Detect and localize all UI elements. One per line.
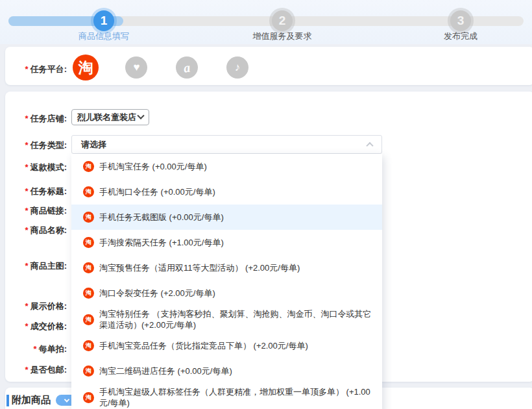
dropdown-item-text: 淘宝预售任务（适用双11等大型活动） (+2.00元/每单) [99, 262, 300, 273]
dropdown-item-text: 手机任务无截图版 (+0.00元/每单) [99, 212, 224, 223]
display-price-label: *展示价格: [5, 301, 67, 312]
step-3-number: 3 [457, 14, 465, 28]
step-2-label: 增值服务及要求 [237, 31, 328, 42]
taobao-mini-icon: 淘 [83, 262, 94, 273]
taobao-mini-icon: 淘 [83, 186, 94, 197]
type-select-value: 请选择 [81, 139, 367, 151]
dropdown-item[interactable]: 淘 手机淘宝竞品任务（货比指定竞品下单） (+2.00元/每单) [71, 333, 382, 358]
dropdown-item[interactable]: 淘 淘口令裂变任务 (+2.00元/每单) [71, 280, 382, 306]
type-select[interactable]: 请选择 [71, 135, 382, 154]
dropdown-item-highlighted[interactable]: 淘 手机任务无截图版 (+0.00元/每单) [71, 204, 382, 230]
dropdown-item-text: 手机淘口令任务 (+0.00元/每单) [99, 186, 215, 197]
taobao-glyph: 淘 [79, 58, 93, 78]
taobao-mini-icon: 淘 [83, 366, 94, 377]
taobao-mini-icon: 淘 [83, 161, 94, 172]
dropdown-item[interactable]: 淘 手淘搜索隔天任务 (+1.00元/每单) [71, 230, 382, 255]
taobao-mini-icon: 淘 [83, 288, 94, 299]
shop-select-value: 烈儿联名童装店 [77, 112, 138, 123]
dropdown-item[interactable]: 淘 手机淘口令任务 (+0.00元/每单) [71, 179, 382, 204]
section-accent-bar [6, 395, 9, 406]
step-3-circle[interactable]: 3 [450, 10, 471, 31]
dropdown-item[interactable]: 淘 淘宝特别任务 （支持淘客秒拍、聚划算、淘抢购、淘金币、淘口令或其它渠道活动）… [71, 306, 382, 333]
dropdown-item-text: 淘宝二维码进店任务 (+0.00元/每单) [99, 366, 232, 377]
heart-glyph: ♥ [133, 61, 139, 74]
step-2-number: 2 [279, 14, 286, 28]
required-asterisk: * [25, 140, 29, 150]
task-title-label: *任务标题: [5, 186, 67, 197]
dropdown-item-text: 手机淘宝竞品任务（货比指定竞品下单） (+2.00元/每单) [99, 340, 308, 351]
taobao-mini-icon: 淘 [83, 392, 94, 403]
shop-label: *任务店铺: [5, 113, 67, 125]
alibaba-platform-icon[interactable]: a [176, 56, 198, 79]
product-link-label: *商品链接: [5, 205, 67, 217]
alibaba-glyph: a [182, 60, 191, 75]
taobao-platform-icon[interactable]: 淘 [73, 55, 99, 81]
required-asterisk: * [25, 64, 29, 74]
required-asterisk: * [25, 186, 29, 196]
dropdown-item[interactable]: 淘 手机淘宝超级人群标签任务（人群更精准，增加权重一单顶多单） (+1.00元/… [71, 384, 382, 409]
free-shipping-label: *是否包邮: [5, 364, 67, 376]
dropdown-item-text: 手淘搜索隔天任务 (+1.00元/每单) [99, 237, 224, 248]
heart-platform-icon[interactable]: ♥ [125, 56, 147, 79]
step-1-number: 1 [101, 14, 108, 28]
platform-label: *任务平台: [5, 64, 67, 75]
required-asterisk: * [25, 261, 29, 271]
step-1-circle[interactable]: 1 [93, 10, 114, 31]
dropdown-item-text: 手机淘宝任务 (+0.00元/每单) [99, 161, 207, 172]
required-asterisk: * [25, 365, 29, 375]
required-asterisk: * [25, 206, 29, 216]
stepper-header: 1 2 3 商品信息填写 增值服务及要求 发布完成 [0, 0, 532, 44]
addon-section-title: 附加商品 [12, 394, 51, 406]
dropdown-item[interactable]: 淘 淘宝预售任务（适用双11等大型活动） (+2.00元/每单) [71, 255, 382, 280]
dropdown-item[interactable]: 淘 淘宝二维码进店任务 (+0.00元/每单) [71, 358, 382, 384]
per-order-qty-label: *每单拍: [5, 343, 67, 355]
taobao-mini-icon: 淘 [83, 340, 94, 351]
deal-price-label: *成交价格: [5, 321, 67, 332]
step-2-circle[interactable]: 2 [272, 10, 293, 31]
dropdown-item-text: 手机淘宝超级人群标签任务（人群更精准，增加权重一单顶多单） (+1.00元/每单… [99, 386, 372, 408]
type-label: *任务类型: [5, 140, 67, 151]
dropdown-item[interactable]: 淘 手机淘宝任务 (+0.00元/每单) [71, 154, 382, 179]
required-asterisk: * [25, 225, 29, 235]
platform-card: *任务平台: 淘 ♥ a ♪ [5, 47, 532, 85]
shop-select[interactable]: 烈儿联名童装店 [71, 109, 149, 125]
refund-mode-label: *返款模式: [5, 162, 67, 173]
douyin-glyph: ♪ [235, 61, 241, 74]
product-name-label: *商品名称: [5, 225, 67, 236]
platform-icons-row: 淘 ♥ a ♪ [73, 55, 250, 81]
taobao-mini-icon: 淘 [83, 237, 94, 248]
addon-header: 附加商品 [6, 394, 77, 406]
product-image-label: *商品主图: [5, 260, 67, 272]
taobao-mini-icon: 淘 [83, 314, 94, 325]
required-asterisk: * [34, 344, 37, 354]
required-asterisk: * [25, 114, 29, 123]
douyin-platform-icon[interactable]: ♪ [226, 56, 248, 79]
chevron-down-icon [64, 397, 69, 402]
taobao-mini-icon: 淘 [83, 212, 94, 223]
chevron-down-icon [137, 112, 144, 119]
dropdown-item-text: 淘口令裂变任务 (+2.00元/每单) [99, 288, 215, 299]
required-asterisk: * [25, 301, 29, 311]
dropdown-item-text: 淘宝特别任务 （支持淘客秒拍、聚划算、淘抢购、淘金币、淘口令或其它渠道活动）(+… [99, 308, 372, 330]
task-type-dropdown: 淘 手机淘宝任务 (+0.00元/每单) 淘 手机淘口令任务 (+0.00元/每… [71, 154, 382, 409]
required-asterisk: * [25, 162, 29, 172]
step-3-label: 发布完成 [415, 31, 506, 42]
chevron-up-icon [366, 142, 373, 149]
required-asterisk: * [25, 321, 29, 331]
step-1-label: 商品信息填写 [58, 31, 149, 42]
